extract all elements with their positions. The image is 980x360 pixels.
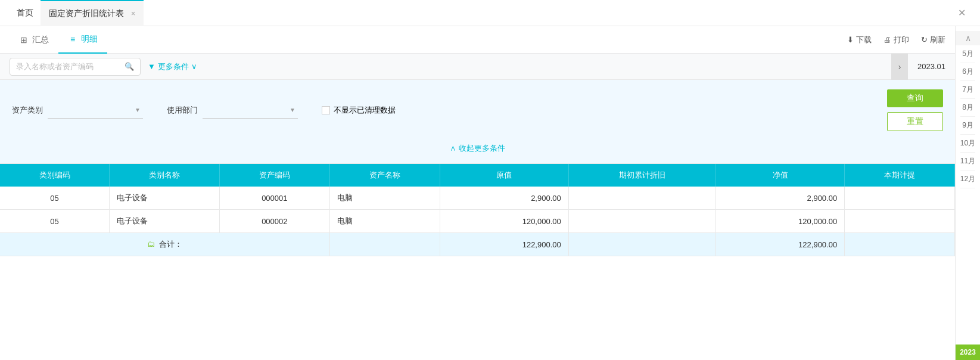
sidebar-month-item[interactable]: 7月 <box>960 81 975 99</box>
col-original-value: 原值 <box>440 164 568 187</box>
sidebar-month-item[interactable]: 8月 <box>960 99 975 117</box>
download-label: 下载 <box>856 35 872 45</box>
total-net-value: 122,900.00 <box>715 233 844 256</box>
sidebar-nav-up[interactable]: ∧ <box>956 31 980 45</box>
cell-category-code: 05 <box>0 210 110 233</box>
total-asset-name <box>329 233 440 256</box>
cell-original-value: 2,900.00 <box>440 187 568 210</box>
cell-asset-code: 000001 <box>219 187 329 210</box>
cell-asset-name: 电脑 <box>329 210 440 233</box>
col-current-depreciation: 本期计提 <box>845 164 955 187</box>
asset-category-label: 资产类别 <box>12 105 43 116</box>
sidebar-month-item[interactable]: 6月 <box>960 63 975 81</box>
main-panel: ⊞ 汇总 ≡ 明细 ⬇ 下载 🖨 打印 ↻ 刷新 <box>0 26 955 360</box>
sidebar-months: 5月6月7月8月9月10月11月12月 <box>960 45 975 188</box>
search-placeholder: 录入名称或者资产编码 <box>16 61 94 72</box>
sidebar-month-item[interactable]: 11月 <box>960 153 975 170</box>
cell-accumulated-depreciation <box>568 187 715 210</box>
sidebar-year[interactable]: 2023 <box>956 345 980 360</box>
tab-summary[interactable]: ⊞ 汇总 <box>10 26 58 54</box>
refresh-label: 刷新 <box>930 35 945 45</box>
sidebar-month-item[interactable]: 12月 <box>960 170 975 188</box>
top-nav: 首页 固定资产折旧统计表 × ✕ <box>0 0 980 26</box>
toolbar-right: ⬇ 下载 🖨 打印 ↻ 刷新 <box>847 35 945 45</box>
total-accumulated-depreciation <box>568 233 715 256</box>
cell-current-depreciation <box>845 210 955 233</box>
cell-category-name: 电子设备 <box>110 210 220 233</box>
col-category-code: 类别编码 <box>0 164 110 187</box>
summary-icon: ⊞ <box>19 35 29 45</box>
print-button[interactable]: 🖨 打印 <box>883 35 909 45</box>
cell-category-code: 05 <box>0 187 110 210</box>
collapse-button[interactable]: ∧ 收起更多条件 <box>12 138 943 159</box>
asset-category-select[interactable]: ▼ <box>48 102 143 119</box>
total-label-cell: 🗂 合计： <box>0 233 329 256</box>
col-category-name: 类别名称 <box>110 164 220 187</box>
tab-close-icon[interactable]: × <box>131 10 135 18</box>
more-conditions-button[interactable]: ▼ 更多条件 ∨ <box>148 61 197 72</box>
department-filter: 使用部门 ▼ <box>167 102 298 119</box>
filter-icon: ▼ <box>148 62 155 71</box>
print-label: 打印 <box>894 35 909 45</box>
right-sidebar: ∧ 5月6月7月8月9月10月11月12月 2023 <box>955 26 980 360</box>
date-display: 2023.01 <box>917 62 945 71</box>
col-asset-code: 资产编码 <box>219 164 329 187</box>
refresh-button[interactable]: ↻ 刷新 <box>921 35 945 45</box>
table-row[interactable]: 05 电子设备 000002 电脑 120,000.00 120,000.00 <box>0 210 955 233</box>
filter-area: 资产类别 ▼ 使用部门 ▼ 不显示已清理数据 <box>0 80 955 164</box>
print-icon: 🖨 <box>883 35 891 44</box>
nav-arrow-button[interactable]: › <box>891 54 908 80</box>
download-button[interactable]: ⬇ 下载 <box>847 35 872 45</box>
tab-detail[interactable]: ≡ 明细 <box>58 26 107 54</box>
cell-original-value: 120,000.00 <box>440 210 568 233</box>
tabs-row: ⊞ 汇总 ≡ 明细 ⬇ 下载 🖨 打印 ↻ 刷新 <box>0 26 955 54</box>
col-net-value: 净值 <box>715 164 844 187</box>
window-close-button[interactable]: ✕ <box>953 7 970 18</box>
tab-title: 固定资产折旧统计表 <box>49 8 124 19</box>
cell-net-value: 120,000.00 <box>715 210 844 233</box>
tab-summary-label: 汇总 <box>32 35 49 45</box>
chevron-down-icon: ∨ <box>191 62 197 71</box>
cell-asset-code: 000002 <box>219 210 329 233</box>
asset-category-filter: 资产类别 ▼ <box>12 102 143 119</box>
department-label: 使用部门 <box>167 105 198 116</box>
sidebar-month-item[interactable]: 10月 <box>960 135 975 153</box>
table-row[interactable]: 05 电子设备 000001 电脑 2,900.00 2,900.00 <box>0 187 955 210</box>
col-asset-name: 资产名称 <box>329 164 440 187</box>
total-original-value: 122,900.00 <box>440 233 568 256</box>
content-area: ⊞ 汇总 ≡ 明细 ⬇ 下载 🖨 打印 ↻ 刷新 <box>0 26 980 360</box>
reset-button[interactable]: 重置 <box>887 112 943 131</box>
home-tab[interactable]: 首页 <box>10 0 41 26</box>
search-icon: 🔍 <box>125 62 134 71</box>
data-table: 类别编码 类别名称 资产编码 资产名称 原值 期初累计折旧 净值 本期计提 05… <box>0 164 955 256</box>
search-bar: 录入名称或者资产编码 🔍 ▼ 更多条件 ∨ › 2023.01 <box>0 54 955 80</box>
query-button[interactable]: 查询 <box>887 89 943 107</box>
cell-net-value: 2,900.00 <box>715 187 844 210</box>
tab-detail-label: 明细 <box>81 34 98 45</box>
no-cleared-label: 不显示已清理数据 <box>334 105 396 116</box>
department-select[interactable]: ▼ <box>203 102 298 119</box>
table-header-row: 类别编码 类别名称 资产编码 资产名称 原值 期初累计折旧 净值 本期计提 <box>0 164 955 187</box>
sidebar-month-item[interactable]: 5月 <box>960 45 975 63</box>
total-row: 🗂 合计： 122,900.00 122,900.00 <box>0 233 955 256</box>
sidebar-month-item[interactable]: 9月 <box>960 117 975 135</box>
checkbox-box <box>322 106 330 114</box>
cell-asset-name: 电脑 <box>329 187 440 210</box>
no-cleared-checkbox[interactable]: 不显示已清理数据 <box>322 105 396 116</box>
cell-category-name: 电子设备 <box>110 187 220 210</box>
refresh-icon: ↻ <box>921 35 928 44</box>
cell-current-depreciation <box>845 187 955 210</box>
more-conditions-label: 更多条件 <box>158 61 189 72</box>
search-input-wrapper[interactable]: 录入名称或者资产编码 🔍 <box>10 58 141 76</box>
department-arrow: ▼ <box>290 107 295 113</box>
table-container: 类别编码 类别名称 资产编码 资产名称 原值 期初累计折旧 净值 本期计提 05… <box>0 164 955 360</box>
filter-buttons: 查询 重置 <box>887 89 943 131</box>
asset-category-arrow: ▼ <box>135 107 141 113</box>
cell-accumulated-depreciation <box>568 210 715 233</box>
total-label: 合计： <box>159 240 182 249</box>
download-icon: ⬇ <box>847 35 854 44</box>
filter-row: 资产类别 ▼ 使用部门 ▼ 不显示已清理数据 <box>12 89 943 131</box>
total-current-depreciation <box>845 233 955 256</box>
active-tab[interactable]: 固定资产折旧统计表 × <box>41 0 144 26</box>
total-icon: 🗂 <box>147 240 155 249</box>
